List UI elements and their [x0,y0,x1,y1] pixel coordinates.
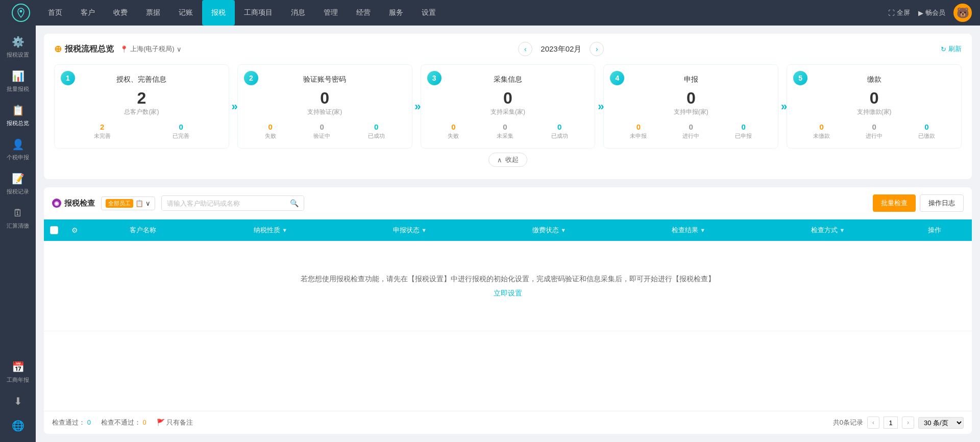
sidebar-item-annual-report[interactable]: 📅 工商年报 [0,355,36,389]
step-3-arrow: » [598,100,604,113]
fullscreen-button[interactable]: ⛶ 全屏 [888,8,910,17]
operation-log-button[interactable]: 操作日志 [920,194,964,212]
nav-service[interactable]: 服务 [380,0,412,26]
sidebar-item-tax-settings[interactable]: ⚙️ 报税设置 [0,30,36,64]
select-all-checkbox[interactable] [50,226,58,234]
refresh-button[interactable]: ↻ 刷新 [941,44,962,54]
top-nav-right: ⛶ 全屏 ▶ 畅会员 🐻 [888,4,972,22]
step-5-sub: 支持缴款(家) [795,108,953,116]
sidebar-item-settlement[interactable]: 🗓 汇算清缴 [0,201,36,235]
step-3-stat-0[interactable]: 0 失败 [448,122,459,140]
col-tax-type: 纳税性质 [254,226,280,234]
stat-num-1: 0 [179,122,183,131]
step-4-stat-1[interactable]: 0 进行中 [682,122,699,140]
tax-check-header: ◉ 报税检查 全部员工 📋 ∨ 🔍 批量检查 操作日志 [44,187,972,219]
step-4-stat-0[interactable]: 0 未申报 [630,122,647,140]
page-input[interactable] [884,416,898,429]
vip-button[interactable]: ▶ 畅会员 [918,8,945,17]
next-page-button[interactable]: › [902,416,914,429]
nav-customer[interactable]: 客户 [71,0,104,26]
table-header-checkbox[interactable] [44,219,64,241]
nav-home[interactable]: 首页 [39,0,71,26]
table-header-tax-type: 纳税性质 ▼ [201,219,340,241]
sidebar-bottom: 📅 工商年报 ⬇ 🌐 [0,355,36,442]
step-5-stat-0[interactable]: 0 未缴款 [813,122,830,140]
table-header-settings[interactable]: ⚙ [64,219,85,241]
step-3-stat-1[interactable]: 0 未采集 [497,122,513,140]
collapse-button[interactable]: ∧ 收起 [488,153,527,167]
pass-label-text: 检查通过： [52,419,85,426]
s5-label-0: 未缴款 [813,132,830,140]
search-button[interactable]: 🔍 [285,196,304,210]
filter-icon-3[interactable]: ▼ [560,227,566,233]
step-4-sub: 支持申报(家) [612,108,770,116]
sidebar-item-globe[interactable]: 🌐 [0,413,36,438]
nav-operation[interactable]: 经营 [347,0,380,26]
filter-icon-2[interactable]: ▼ [421,227,427,233]
s3-label-0: 失败 [448,132,459,140]
step-1-stat-1[interactable]: 0 已完善 [173,122,189,140]
nav-accounting[interactable]: 记账 [169,0,202,26]
nav-manage[interactable]: 管理 [314,0,347,26]
sidebar-item-download[interactable]: ⬇ [0,389,36,413]
personal-tax-icon: 👤 [11,137,25,152]
pass-count[interactable]: 0 [87,419,91,426]
search-input[interactable] [162,197,285,210]
sidebar-label-tax-overview: 报税总览 [7,119,29,127]
nav-business[interactable]: 工商项目 [235,0,282,26]
location-selector[interactable]: 📍 上海(电子税局) ∨ [120,44,182,54]
step-2-stat-1[interactable]: 0 验证中 [313,122,330,140]
user-avatar[interactable]: 🐻 [953,4,972,22]
nav-invoice[interactable]: 票据 [137,0,169,26]
sidebar-label-tax-settings: 报税设置 [7,51,29,59]
filter-icon-5[interactable]: ▼ [839,227,845,233]
step-1-stat-0[interactable]: 2 未完善 [94,122,111,140]
step-2-stat-2[interactable]: 0 已成功 [368,122,385,140]
employee-selector[interactable]: 全部员工 📋 ∨ [101,197,155,210]
refresh-label: 刷新 [948,44,962,54]
col-check-method: 检查方式 [811,226,838,234]
svg-point-0 [20,10,22,13]
nav-fee[interactable]: 收费 [104,0,137,26]
s2-num-1: 0 [320,122,324,131]
step-2-stat-0[interactable]: 0 失败 [265,122,276,140]
s4-num-1: 0 [689,122,693,131]
batch-tax-icon: 📊 [11,69,25,83]
tax-check-icon: ◉ [52,199,61,208]
nav-tax[interactable]: 报税 [202,0,235,26]
step-4-stat-2[interactable]: 0 已申报 [735,122,752,140]
total-records: 共0条记录 [833,418,863,427]
sidebar-label-personal-tax: 个税申报 [7,154,29,161]
step-1-card: 1 授权、完善信息 2 总客户数(家) 2 未完善 0 已完善 [54,64,229,149]
setup-link[interactable]: 立即设置 [494,286,522,300]
sidebar-item-tax-records[interactable]: 📝 报税记录 [0,166,36,201]
nav-message[interactable]: 消息 [282,0,314,26]
step-5-stat-2[interactable]: 0 已缴款 [918,122,935,140]
next-month-button[interactable]: › [590,42,604,56]
steps-container: 1 授权、完善信息 2 总客户数(家) 2 未完善 0 已完善 [54,64,962,149]
filter-icon-4[interactable]: ▼ [700,227,705,233]
per-page-select[interactable]: 30 条/页50 条/页100 条/页 [918,417,964,429]
batch-check-button[interactable]: 批量检查 [873,194,916,212]
prev-month-button[interactable]: ‹ [518,42,532,56]
step-5-card: 5 缴款 0 支持缴款(家) 0 未缴款 0 进行中 [787,64,962,149]
settings-gear-icon[interactable]: ⚙ [71,226,78,234]
step-5-stat-1[interactable]: 0 进行中 [866,122,883,140]
sidebar-label-tax-records: 报税记录 [7,188,29,195]
s3-num-2: 0 [557,122,561,131]
sidebar-item-tax-overview[interactable]: 📋 报税总览 [0,98,36,132]
step-2-count: 0 [246,88,404,108]
location-text: 上海(电子税局) [130,44,175,54]
globe-icon: 🌐 [11,419,25,433]
employee-tag: 全部员工 [106,199,133,208]
nav-settings[interactable]: 设置 [412,0,445,26]
step-5-count: 0 [795,88,953,108]
main-content: ⊕ 报税流程总览 📍 上海(电子税局) ∨ ‹ 2023年02月 › ↻ [36,26,980,442]
sidebar-item-personal-tax[interactable]: 👤 个税申报 [0,132,36,166]
table-footer: 检查通过： 0 检查不通过： 0 🚩 只有备注 共0条记录 ‹ [44,411,972,434]
filter-icon-1[interactable]: ▼ [282,227,287,233]
step-3-stat-2[interactable]: 0 已成功 [551,122,568,140]
fail-count[interactable]: 0 [142,419,146,426]
sidebar-item-batch-tax[interactable]: 📊 批量报税 [0,64,36,98]
prev-page-button[interactable]: ‹ [867,416,879,429]
